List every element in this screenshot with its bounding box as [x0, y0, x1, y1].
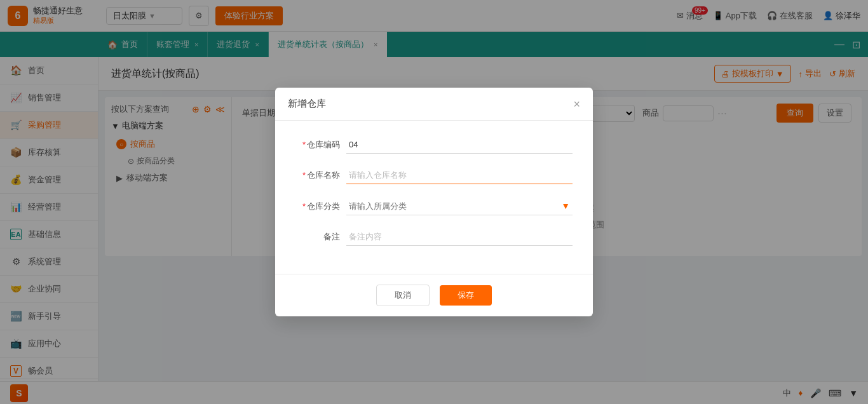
category-dropdown-icon: ▼: [561, 201, 570, 211]
warehouse-note-input[interactable]: [346, 228, 573, 246]
modal-overlay: 新增仓库 × 仓库编码 仓库名称 仓库分类 ▼: [0, 0, 868, 404]
warehouse-code-label: 仓库编码: [295, 139, 346, 151]
new-warehouse-modal: 新增仓库 × 仓库编码 仓库名称 仓库分类 ▼: [275, 88, 593, 316]
modal-body: 仓库编码 仓库名称 仓库分类 ▼ 备注: [275, 121, 593, 274]
warehouse-category-label: 仓库分类: [295, 201, 346, 212]
warehouse-note-label: 备注: [295, 231, 346, 243]
warehouse-code-input[interactable]: [346, 136, 573, 154]
modal-footer: 取消 保存: [275, 274, 593, 316]
warehouse-category-select[interactable]: ▼: [346, 197, 573, 215]
modal-close-icon[interactable]: ×: [573, 98, 580, 110]
warehouse-category-input[interactable]: [349, 201, 561, 211]
warehouse-code-row: 仓库编码: [295, 136, 573, 154]
warehouse-note-row: 备注: [295, 228, 573, 246]
warehouse-name-label: 仓库名称: [295, 170, 346, 181]
cancel-button[interactable]: 取消: [376, 285, 430, 306]
warehouse-category-row: 仓库分类 ▼: [295, 197, 573, 215]
modal-header: 新增仓库 ×: [275, 88, 593, 121]
warehouse-name-input[interactable]: [346, 166, 573, 184]
warehouse-name-row: 仓库名称: [295, 166, 573, 184]
save-button[interactable]: 保存: [440, 285, 492, 306]
modal-title: 新增仓库: [288, 98, 326, 110]
